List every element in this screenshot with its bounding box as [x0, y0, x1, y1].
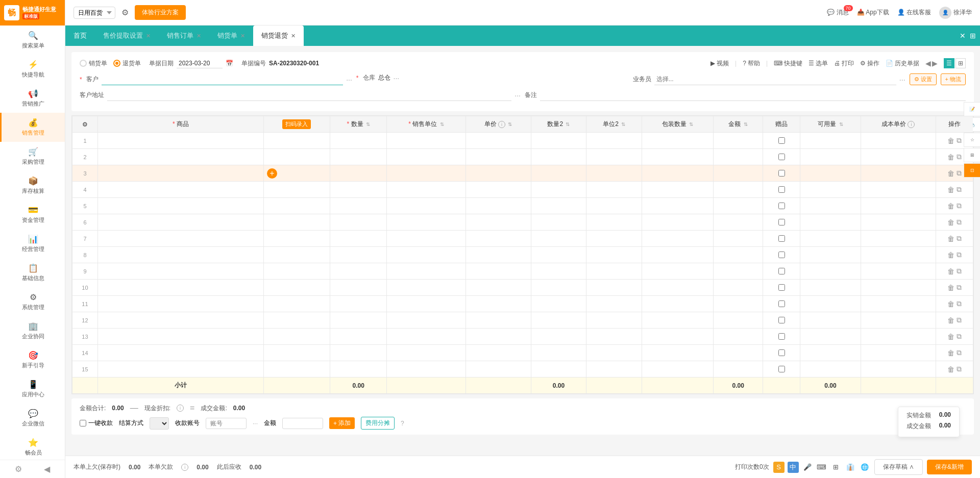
- pack-qty-cell-2[interactable]: [642, 149, 714, 165]
- pack-qty-cell-4[interactable]: [642, 182, 714, 198]
- logistics-btn[interactable]: + 物流: [941, 73, 966, 85]
- amount-cell-5[interactable]: [714, 198, 763, 214]
- experience-btn[interactable]: 体验行业方案: [135, 5, 186, 20]
- product-cell-14[interactable]: [97, 345, 263, 361]
- qty-cell-13[interactable]: [330, 329, 387, 345]
- qty2-cell-4[interactable]: [531, 182, 586, 198]
- copy-row-btn-1[interactable]: ⧉: [957, 136, 962, 145]
- pack-qty-cell-11[interactable]: [642, 296, 714, 312]
- price-cell-2[interactable]: [465, 149, 531, 165]
- available-cell-11[interactable]: [800, 296, 861, 312]
- sale-unit-cell-7[interactable]: [387, 231, 465, 247]
- qty-cell-10[interactable]: [330, 280, 387, 296]
- gift-checkbox-10[interactable]: [778, 284, 785, 291]
- cost-price-cell-8[interactable]: [861, 247, 936, 263]
- tab-home[interactable]: 首页: [65, 31, 95, 40]
- gift-checkbox-15[interactable]: [778, 366, 785, 372]
- tab-sale-return-close[interactable]: ✕: [291, 33, 296, 39]
- sidebar-item-operations[interactable]: 📊 经营管理: [0, 229, 65, 258]
- unit2-sort-icon[interactable]: ⇅: [621, 121, 625, 127]
- delete-row-btn-2[interactable]: 🗑: [947, 153, 954, 161]
- right-notes-btn[interactable]: 📝: [964, 102, 980, 116]
- pack-qty-cell-1[interactable]: [642, 133, 714, 149]
- fee-btn[interactable]: 费用分摊: [361, 417, 395, 430]
- scan-btn[interactable]: 扫码录入: [282, 119, 311, 129]
- qty-cell-5[interactable]: [330, 198, 387, 214]
- tab-sale-return[interactable]: 销货退货 ✕: [253, 26, 304, 46]
- copy-row-btn-10[interactable]: ⧉: [957, 283, 962, 292]
- warehouse-dots[interactable]: ···: [394, 74, 400, 82]
- unit2-cell-2[interactable]: [586, 149, 642, 165]
- gift-cell-4[interactable]: [763, 182, 800, 198]
- gift-cell-9[interactable]: [763, 263, 800, 280]
- sidebar-item-marketing[interactable]: 📢 营销推广: [0, 84, 65, 113]
- delete-row-btn-8[interactable]: 🗑: [947, 250, 954, 259]
- settings-btn[interactable]: ⚙ 设置: [910, 73, 937, 85]
- sale-unit-cell-2[interactable]: [387, 149, 465, 165]
- cost-price-cell-15[interactable]: [861, 361, 936, 378]
- copy-row-btn-14[interactable]: ⧉: [957, 348, 962, 357]
- available-cell-3[interactable]: [800, 165, 861, 182]
- topbar-gear-icon[interactable]: ⚙: [121, 8, 129, 17]
- sidebar-item-guide[interactable]: 🎯 新手引导: [0, 345, 65, 374]
- pack-qty-cell-7[interactable]: [642, 231, 714, 247]
- sidebar-collapse-btn[interactable]: ◀: [44, 464, 50, 474]
- gift-cell-5[interactable]: [763, 198, 800, 214]
- prev-arrow[interactable]: ◀: [925, 59, 931, 67]
- sidebar-item-enterprise[interactable]: 🏢 企业协同: [0, 316, 65, 345]
- qty-cell-3[interactable]: [330, 165, 387, 182]
- product-cell-6[interactable]: [97, 214, 263, 231]
- unit2-cell-8[interactable]: [586, 247, 642, 263]
- unit2-cell-7[interactable]: [586, 231, 642, 247]
- qty2-cell-5[interactable]: [531, 198, 586, 214]
- sale-unit-cell-3[interactable]: [387, 165, 465, 182]
- copy-row-btn-11[interactable]: ⧉: [957, 299, 962, 308]
- price-cell-7[interactable]: [465, 231, 531, 247]
- gift-checkbox-8[interactable]: [778, 251, 785, 258]
- pack-qty-cell-6[interactable]: [642, 214, 714, 231]
- product-cell-13[interactable]: [97, 329, 263, 345]
- cost-price-cell-4[interactable]: [861, 182, 936, 198]
- cost-price-cell-7[interactable]: [861, 231, 936, 247]
- tab-sale-order[interactable]: 销售订单 ✕: [159, 26, 209, 46]
- delete-row-btn-5[interactable]: 🗑: [947, 202, 954, 210]
- gift-checkbox-14[interactable]: [778, 349, 785, 356]
- gift-checkbox-9[interactable]: [778, 268, 785, 274]
- scan-cell-3[interactable]: +: [263, 165, 330, 182]
- unit2-cell-12[interactable]: [586, 312, 642, 329]
- amount-cell-12[interactable]: [714, 312, 763, 329]
- available-cell-15[interactable]: [800, 361, 861, 378]
- price-cell-9[interactable]: [465, 263, 531, 280]
- unit2-cell-10[interactable]: [586, 280, 642, 296]
- sale-unit-cell-13[interactable]: [387, 329, 465, 345]
- close-tab-icon[interactable]: ✕: [960, 32, 966, 40]
- qty2-cell-15[interactable]: [531, 361, 586, 378]
- price-cell-10[interactable]: [465, 280, 531, 296]
- customer-dots[interactable]: ···: [346, 76, 352, 84]
- price-cell-12[interactable]: [465, 312, 531, 329]
- doc-date-input[interactable]: [177, 59, 223, 68]
- pack-qty-cell-15[interactable]: [642, 361, 714, 378]
- cost-price-cell-10[interactable]: [861, 280, 936, 296]
- pack-qty-cell-8[interactable]: [642, 247, 714, 263]
- gift-checkbox-12[interactable]: [778, 317, 785, 323]
- qty2-cell-14[interactable]: [531, 345, 586, 361]
- qty-cell-12[interactable]: [330, 312, 387, 329]
- staff-dots[interactable]: ···: [899, 76, 905, 84]
- price-cell-15[interactable]: [465, 361, 531, 378]
- available-sort-icon[interactable]: ⇅: [839, 121, 843, 127]
- unit2-cell-5[interactable]: [586, 198, 642, 214]
- gift-cell-15[interactable]: [763, 361, 800, 378]
- qty-cell-15[interactable]: [330, 361, 387, 378]
- sale-unit-cell-8[interactable]: [387, 247, 465, 263]
- radio-sale-deliver[interactable]: 销货单: [80, 59, 107, 68]
- s-icon-1[interactable]: S: [773, 462, 785, 473]
- amount-cell-11[interactable]: [714, 296, 763, 312]
- qty2-cell-1[interactable]: [531, 133, 586, 149]
- sidebar-item-finance[interactable]: 💳 资金管理: [0, 200, 65, 229]
- gift-checkbox-5[interactable]: [778, 203, 785, 209]
- cost-price-cell-14[interactable]: [861, 345, 936, 361]
- expand-tab-icon[interactable]: ⊞: [970, 32, 976, 40]
- view-list-btn[interactable]: ☰: [944, 58, 954, 68]
- gift-checkbox-3[interactable]: [778, 170, 785, 177]
